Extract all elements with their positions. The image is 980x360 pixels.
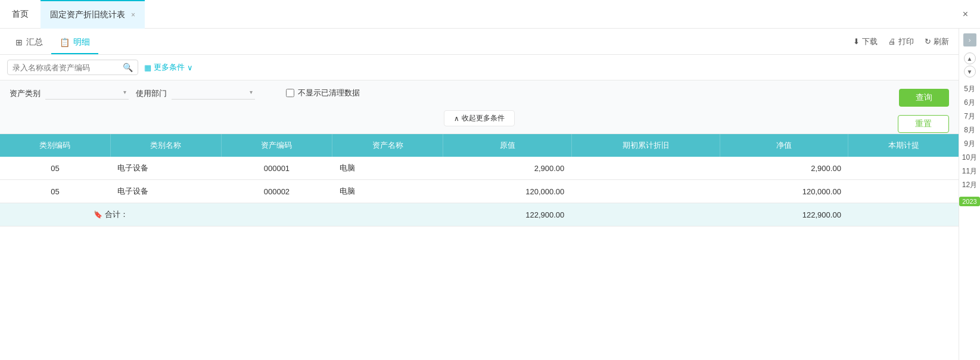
sidebar-month-item[interactable]: 12月 — [962, 178, 977, 192]
col-initial-depreciation: 期初累计折旧 — [571, 134, 720, 157]
collapse-label: 收起更多条件 — [462, 113, 505, 123]
filter-icon: ▦ — [144, 63, 151, 72]
sidebar-month-item[interactable]: 6月 — [962, 96, 977, 110]
use-dept-filter: 使用部门 — [136, 88, 255, 100]
tab-close-icon[interactable]: × — [131, 11, 135, 19]
cell-original-value: 120,000.00 — [443, 180, 571, 203]
asset-type-select[interactable] — [45, 88, 129, 100]
asset-type-label: 资产类别 — [10, 88, 41, 99]
col-asset-name: 资产名称 — [332, 134, 443, 157]
total-label: 🔖合计： — [0, 203, 221, 226]
total-original-value: 122,900.00 — [443, 203, 571, 226]
table-wrap: 类别编码 类别名称 资产编码 资产名称 原值 期初累计折旧 净值 本期计提 05… — [0, 134, 959, 360]
nav-tab-active[interactable]: 固定资产折旧统计表 × — [41, 0, 145, 29]
scroll-up-arrow[interactable]: ▲ — [964, 52, 976, 64]
chevron-down-icon: ∨ — [187, 63, 193, 72]
summary-icon: ⊞ — [15, 38, 23, 47]
cell-category-name: 电子设备 — [110, 157, 221, 180]
filter-area: 资产类别 使用部门 不显示已清理数据 查询 — [0, 80, 959, 134]
total-row: 🔖合计： 122,900.00 122,900.00 — [0, 203, 959, 226]
cell-initial-depreciation — [571, 180, 720, 203]
sidebar-month-item[interactable]: 9月 — [962, 137, 977, 151]
total-net-value: 122,900.00 — [720, 203, 848, 226]
right-sidebar: › ▲ ▼ 5月6月7月8月9月10月11月12月 2023 — [959, 29, 980, 360]
total-asset-name — [332, 203, 443, 226]
window-close-button[interactable]: × — [963, 9, 968, 20]
tab-detail-label: 明细 — [73, 37, 90, 48]
total-current-period — [848, 203, 959, 226]
col-category-code: 类别编码 — [0, 134, 110, 157]
use-dept-label: 使用部门 — [136, 88, 167, 99]
col-current-period: 本期计提 — [848, 134, 959, 157]
search-bar: 🔍 ▦ 更多条件 ∨ — [0, 55, 959, 80]
tab-title: 固定资产折旧统计表 — [50, 10, 125, 20]
tab-row: ⊞ 汇总 📋 明细 ⬇ 下载 🖨 打印 ↻ 刷新 — [0, 29, 959, 55]
collapse-section: ∧ 收起更多条件 — [10, 110, 949, 126]
sidebar-month-item[interactable]: 11月 — [962, 165, 977, 178]
cell-original-value: 2,900.00 — [443, 157, 571, 180]
download-button[interactable]: ⬇ 下载 — [853, 36, 878, 47]
hide-cleared-label: 不显示已清理数据 — [298, 88, 360, 98]
cell-asset-code: 000001 — [221, 157, 332, 180]
col-original-value: 原值 — [443, 134, 571, 157]
year-badge: 2023 — [959, 197, 980, 206]
tab-detail[interactable]: 📋 明细 — [51, 32, 98, 54]
main-panel: ⊞ 汇总 📋 明细 ⬇ 下载 🖨 打印 ↻ 刷新 — [0, 29, 959, 360]
sidebar-expand-arrow[interactable]: › — [963, 33, 976, 46]
download-icon: ⬇ — [853, 37, 860, 46]
cell-asset-name: 电脑 — [332, 180, 443, 203]
cell-initial-depreciation — [571, 157, 720, 180]
total-initial-depreciation — [571, 203, 720, 226]
content-area: ⊞ 汇总 📋 明细 ⬇ 下载 🖨 打印 ↻ 刷新 — [0, 29, 980, 360]
total-asset-code — [221, 203, 332, 226]
search-input[interactable] — [13, 63, 123, 72]
month-list: 5月6月7月8月9月10月11月12月 — [962, 82, 977, 192]
table-header-row: 类别编码 类别名称 资产编码 资产名称 原值 期初累计折旧 净值 本期计提 — [0, 134, 959, 157]
collapse-up-icon: ∧ — [454, 114, 459, 123]
refresh-icon: ↻ — [925, 37, 931, 46]
tab-summary-label: 汇总 — [26, 37, 43, 48]
print-label: 打印 — [898, 36, 914, 47]
sidebar-month-item[interactable]: 5月 — [962, 82, 977, 96]
nav-home[interactable]: 首页 — [0, 0, 41, 29]
sidebar-month-item[interactable]: 7月 — [962, 110, 977, 123]
refresh-button[interactable]: ↻ 刷新 — [925, 36, 949, 47]
top-nav: 首页 固定资产折旧统计表 × × — [0, 0, 980, 29]
refresh-label: 刷新 — [934, 36, 949, 47]
hide-cleared-group: 不显示已清理数据 — [286, 88, 360, 98]
sidebar-month-item[interactable]: 8月 — [962, 123, 977, 137]
cell-current-period — [848, 180, 959, 203]
data-table: 类别编码 类别名称 资产编码 资产名称 原值 期初累计折旧 净值 本期计提 05… — [0, 134, 959, 226]
cell-category-name: 电子设备 — [110, 180, 221, 203]
print-icon: 🖨 — [888, 37, 896, 46]
print-button[interactable]: 🖨 打印 — [888, 36, 914, 47]
cell-net-value: 120,000.00 — [720, 180, 848, 203]
reset-button[interactable]: 重置 — [898, 115, 949, 133]
table-row: 05 电子设备 000002 电脑 120,000.00 120,000.00 — [0, 180, 959, 203]
more-filter-button[interactable]: ▦ 更多条件 ∨ — [144, 62, 193, 73]
search-input-wrap: 🔍 — [7, 60, 138, 75]
search-icon[interactable]: 🔍 — [123, 63, 133, 72]
more-filter-label: 更多条件 — [154, 62, 185, 73]
col-category-name: 类别名称 — [110, 134, 221, 157]
cell-asset-name: 电脑 — [332, 157, 443, 180]
use-dept-select-wrap — [172, 88, 255, 100]
hide-cleared-checkbox[interactable] — [286, 89, 294, 97]
cell-category-code: 05 — [0, 157, 110, 180]
scroll-down-arrow[interactable]: ▼ — [964, 66, 976, 77]
table-row: 05 电子设备 000001 电脑 2,900.00 2,900.00 — [0, 157, 959, 180]
cell-net-value: 2,900.00 — [720, 157, 848, 180]
cell-category-code: 05 — [0, 180, 110, 203]
asset-type-select-wrap — [45, 88, 129, 100]
nav-arrows: ▲ ▼ — [964, 52, 976, 77]
col-net-value: 净值 — [720, 134, 848, 157]
collapse-button[interactable]: ∧ 收起更多条件 — [444, 110, 515, 126]
use-dept-select[interactable] — [172, 88, 255, 100]
col-asset-code: 资产编码 — [221, 134, 332, 157]
total-icon: 🔖 — [94, 210, 102, 219]
asset-type-filter: 资产类别 — [10, 88, 129, 100]
tab-summary[interactable]: ⊞ 汇总 — [7, 32, 51, 54]
sidebar-month-item[interactable]: 10月 — [962, 151, 977, 165]
query-button[interactable]: 查询 — [899, 89, 949, 107]
detail-icon: 📋 — [60, 38, 70, 47]
